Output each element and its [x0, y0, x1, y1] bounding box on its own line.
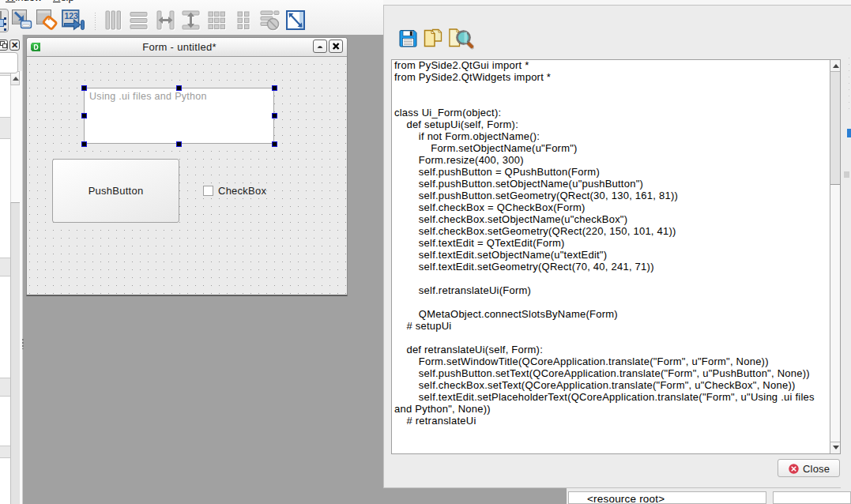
svg-text:123: 123 — [64, 11, 78, 21]
